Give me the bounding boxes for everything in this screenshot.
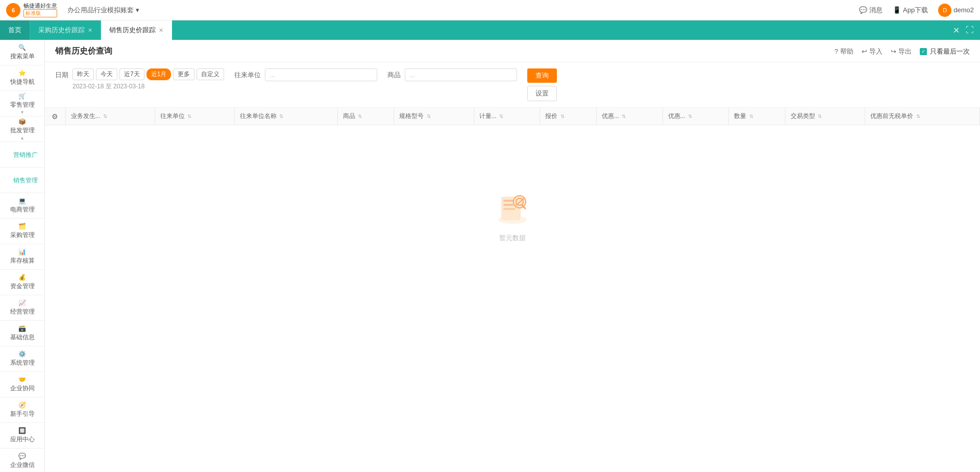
table-header-row: ⚙ 业务发生... ⇅ 往来单位 ⇅ 往来单位名称 ⇅ 商品 ⇅ 规格型号 ⇅ … <box>45 108 980 125</box>
message-icon: 💬 <box>859 6 867 14</box>
table-col-spec[interactable]: 规格型号 ⇅ <box>394 108 474 125</box>
tab-sales-history[interactable]: 销售历史价跟踪 ✕ <box>101 20 172 40</box>
company-name: 办公用品行业模拟账套 <box>67 6 134 15</box>
sidebar-item-inventory[interactable]: 📊 库存核算 <box>0 244 44 270</box>
sidebar-item-wholesale[interactable]: 📦 批发管理 ▴ <box>0 116 44 142</box>
date-btn-1month[interactable]: 近1月 <box>146 68 172 80</box>
filter-bar: 日期 昨天 今天 近7天 近1月 更多 自定义 2023-02-18 至 202… <box>45 62 980 108</box>
table-col-partner-name[interactable]: 往来单位名称 ⇅ <box>234 108 337 125</box>
only-latest-toggle[interactable]: ✓ 只看最后一次 <box>920 47 970 56</box>
user-name: demo2 <box>953 6 974 14</box>
help-button[interactable]: ? 帮助 <box>835 47 853 56</box>
sidebar-item-quick-nav[interactable]: ⭐ 快捷导航 <box>0 65 44 91</box>
table-col-quantity[interactable]: 数量 ⇅ <box>729 108 786 125</box>
sidebar-item-finance[interactable]: 💰 资金管理 <box>0 270 44 295</box>
export-button[interactable]: ↪ 导出 <box>891 47 912 56</box>
tab-purchase-close[interactable]: ✕ <box>88 27 92 34</box>
sidebar-item-marketing[interactable]: 营销推广 <box>0 142 44 168</box>
sidebar: 🔍 搜索菜单 ⭐ 快捷导航 🛒 零售管理 ▾ 📦 批发管理 ▴ 营销推广 销售管… <box>0 40 45 472</box>
ecommerce-icon: 💻 <box>18 197 26 204</box>
table-col-product[interactable]: 商品 ⇅ <box>337 108 394 125</box>
date-btn-today[interactable]: 今天 <box>96 68 117 80</box>
product-input[interactable]: ... <box>405 68 517 81</box>
guide-icon: 🧭 <box>18 402 26 409</box>
top-bar: 6 畅捷通好生意 标准版 办公用品行业模拟账套 ▾ 💬 消息 📱 App下载 D… <box>0 0 980 20</box>
maximize-button[interactable]: ⛶ <box>966 26 974 35</box>
partner-label: 往来单位 <box>234 68 261 80</box>
sidebar-ecommerce-label: 电商管理 <box>10 205 35 214</box>
sidebar-item-wechat[interactable]: 💬 企业微信 <box>0 449 44 472</box>
sidebar-item-purchase[interactable]: 🗂️ 采购管理 <box>0 219 44 244</box>
sidebar-wholesale-label: 批发管理 <box>10 126 35 135</box>
purchase-icon: 🗂️ <box>18 223 26 230</box>
date-btn-7days[interactable]: 近7天 <box>119 68 144 80</box>
table-col-transaction-type[interactable]: 交易类型 ⇅ <box>786 108 865 125</box>
empty-svg <box>492 186 533 227</box>
sidebar-item-operations[interactable]: 📈 经营管理 <box>0 295 44 321</box>
page-header: 销售历史价查询 ? 帮助 ↩ 导入 ↪ 导出 ✓ <box>45 40 980 62</box>
tab-sales-label: 销售历史价跟踪 <box>109 26 156 35</box>
product-filter-group: 商品 ... <box>387 68 517 81</box>
tab-bar-actions: ✕ ⛶ <box>947 20 980 40</box>
tab-purchase-label: 采购历史价跟踪 <box>38 26 85 35</box>
sidebar-item-guide[interactable]: 🧭 新手引导 <box>0 397 44 423</box>
table-col-pretax-price[interactable]: 优惠前无税单价 ⇅ <box>865 108 980 125</box>
retail-icon: 🛒 <box>18 92 26 100</box>
table-col-unit[interactable]: 计量... ⇅ <box>474 108 540 125</box>
app-center-icon: 🔲 <box>18 427 26 434</box>
sidebar-finance-label: 资金管理 <box>10 282 35 291</box>
settings-button[interactable]: 设置 <box>527 86 557 101</box>
import-label: 导入 <box>869 47 883 56</box>
finance-icon: 💰 <box>18 274 26 281</box>
table-col-gear[interactable]: ⚙ <box>45 108 65 125</box>
sort-icon: ⇅ <box>916 113 920 119</box>
partner-input[interactable]: ... <box>265 68 377 81</box>
table-container: ⚙ 业务发生... ⇅ 往来单位 ⇅ 往来单位名称 ⇅ 商品 ⇅ 规格型号 ⇅ … <box>45 108 980 304</box>
query-button[interactable]: 查询 <box>527 68 557 83</box>
message-button[interactable]: 💬 消息 <box>859 6 883 15</box>
table-col-date[interactable]: 业务发生... ⇅ <box>65 108 155 125</box>
table-col-discount2[interactable]: 优惠... ⇅ <box>663 108 729 125</box>
table-col-discount1[interactable]: 优惠... ⇅ <box>597 108 663 125</box>
date-buttons: 昨天 今天 近7天 近1月 更多 自定义 <box>72 68 224 80</box>
product-placeholder: ... <box>409 71 415 79</box>
sidebar-purchase-label: 采购管理 <box>10 231 35 240</box>
sidebar-item-ecommerce[interactable]: 💻 电商管理 <box>0 193 44 219</box>
sidebar-item-app-center[interactable]: 🔲 应用中心 <box>0 423 44 449</box>
date-btn-more[interactable]: 更多 <box>173 68 194 80</box>
table-col-partner-id[interactable]: 往来单位 ⇅ <box>155 108 234 125</box>
tab-home[interactable]: 首页 <box>0 20 30 40</box>
logo-name: 畅捷通好生意 <box>23 3 57 9</box>
app-download-button[interactable]: 📱 App下载 <box>893 6 928 15</box>
top-bar-left: 6 畅捷通好生意 标准版 办公用品行业模拟账套 ▾ <box>6 3 139 17</box>
user-profile[interactable]: D demo2 <box>938 4 974 17</box>
sidebar-guide-label: 新手引导 <box>10 410 35 418</box>
sidebar-item-system[interactable]: ⚙️ 系统管理 <box>0 346 44 372</box>
sidebar-item-enterprise[interactable]: 🤝 企业协同 <box>0 372 44 397</box>
tab-sales-close[interactable]: ✕ <box>159 27 163 34</box>
company-selector[interactable]: 办公用品行业模拟账套 ▾ <box>67 6 139 15</box>
gear-icon[interactable]: ⚙ <box>52 112 58 121</box>
import-button[interactable]: ↩ 导入 <box>862 47 883 56</box>
phone-icon: 📱 <box>893 6 901 14</box>
table-col-price[interactable]: 报价 ⇅ <box>540 108 597 125</box>
only-latest-label: 只看最后一次 <box>930 47 970 56</box>
nav-icon: ⭐ <box>18 69 26 77</box>
date-btn-yesterday[interactable]: 昨天 <box>72 68 94 80</box>
chevron-down-icon: ▾ <box>136 6 139 14</box>
sidebar-item-search[interactable]: 🔍 搜索菜单 <box>0 40 44 65</box>
tab-purchase-history[interactable]: 采购历史价跟踪 ✕ <box>30 20 101 40</box>
sidebar-item-retail[interactable]: 🛒 零售管理 ▾ <box>0 91 44 116</box>
sidebar-quick-label: 快捷导航 <box>10 78 35 86</box>
close-all-tabs-button[interactable]: ✕ <box>953 26 960 35</box>
tab-home-label: 首页 <box>8 26 21 35</box>
date-btn-custom[interactable]: 自定义 <box>197 68 224 80</box>
system-icon: ⚙️ <box>18 350 26 358</box>
sidebar-item-sales[interactable]: 销售管理 <box>0 168 44 193</box>
svg-rect-3 <box>503 204 513 206</box>
sort-icon: ⇅ <box>187 113 191 119</box>
date-buttons-container: 昨天 今天 近7天 近1月 更多 自定义 2023-02-18 至 2023-0… <box>72 68 224 91</box>
product-label: 商品 <box>387 68 401 80</box>
message-label: 消息 <box>869 6 883 15</box>
sidebar-item-basic[interactable]: 🗃️ 基础信息 <box>0 321 44 346</box>
